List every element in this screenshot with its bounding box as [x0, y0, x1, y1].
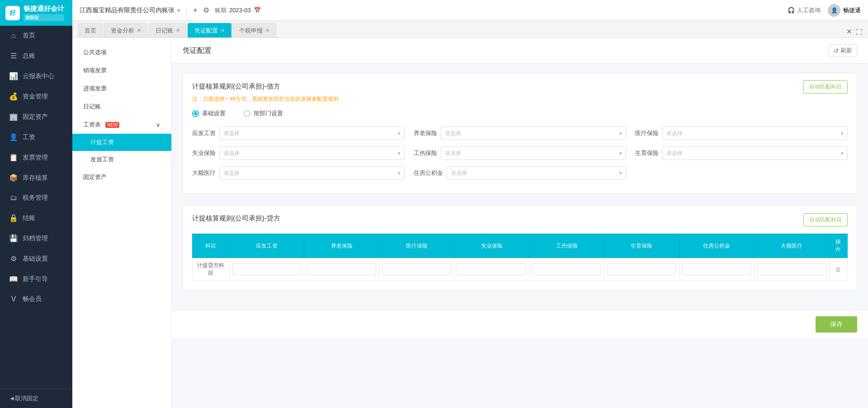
- table-row: 计提贷方科目 🗑: [193, 258, 848, 281]
- select-medical[interactable]: 请选择 ▾: [662, 127, 848, 140]
- sidebar-item-settings[interactable]: ⚙ 基础设置: [0, 249, 72, 269]
- menu-accrue-salary[interactable]: 计提工资: [72, 134, 171, 151]
- select-gross-salary[interactable]: 请选择 ▾: [219, 127, 405, 140]
- field-injury: 工伤保险 请选择 ▾: [414, 146, 626, 160]
- tab-journal-label: 日记账: [156, 27, 173, 35]
- input-gross-salary[interactable]: [232, 263, 302, 275]
- sidebar-item-funds[interactable]: 💰 资金管理: [0, 86, 72, 107]
- user-menu[interactable]: 👤 畅捷通: [828, 4, 861, 17]
- company-selector[interactable]: 江西服宝精品有限责任公司内账张 ▾: [80, 6, 180, 14]
- label-injury: 工伤保险: [414, 149, 437, 157]
- vip-icon: V: [9, 295, 18, 303]
- credit-auto-match-button[interactable]: 自动匹配科目: [803, 213, 848, 226]
- close-tab-icon[interactable]: ✕: [846, 28, 852, 36]
- cell-large-medical-input[interactable]: [754, 258, 829, 281]
- menu-payroll-table[interactable]: 工资表 NEW ∨: [72, 116, 171, 134]
- menu-public-options[interactable]: 公共选项: [72, 43, 171, 61]
- expand-icon[interactable]: ∨: [156, 122, 160, 128]
- tab-close-icon[interactable]: ✕: [176, 28, 180, 33]
- tab-journal[interactable]: 日记账 ✕: [149, 23, 187, 38]
- cell-pension-input[interactable]: [304, 258, 379, 281]
- input-maternity[interactable]: [607, 263, 676, 275]
- debit-auto-match-button[interactable]: 自动匹配科目: [803, 80, 848, 94]
- menu-pay-salary[interactable]: 发放工资: [72, 151, 171, 168]
- save-button[interactable]: 保存: [816, 316, 857, 333]
- add-account-button[interactable]: +: [193, 6, 198, 14]
- cell-maternity-input[interactable]: [604, 258, 679, 281]
- cell-injury-input[interactable]: [529, 258, 604, 281]
- select-large-medical[interactable]: 请选择 ▾: [219, 166, 405, 180]
- home-icon: ⌂: [9, 32, 18, 40]
- menu-sales-invoice[interactable]: 销项发票: [72, 61, 171, 80]
- tab-home[interactable]: 首页: [78, 23, 103, 38]
- input-medical[interactable]: [382, 263, 451, 275]
- sidebar-item-label: 云报表中心: [23, 72, 54, 80]
- menu-label: 公共选项: [83, 48, 107, 56]
- col-injury: 工伤保险: [529, 234, 604, 258]
- input-large-medical[interactable]: [757, 263, 826, 275]
- select-housing-fund[interactable]: 请选择 ▾: [447, 166, 626, 180]
- input-housing-fund[interactable]: [682, 263, 751, 275]
- sidebar-item-invoice[interactable]: 📋 发票管理: [0, 147, 72, 168]
- settings-icon: ⚙: [9, 254, 18, 263]
- select-pension[interactable]: 请选择 ▾: [441, 127, 626, 140]
- tab-tax[interactable]: 个税申报 ✕: [232, 23, 276, 38]
- sidebar-item-inventory[interactable]: 📦 库存核算: [0, 168, 72, 188]
- menu-label: 计提工资: [90, 138, 114, 146]
- input-unemployment[interactable]: [457, 263, 526, 275]
- col-pension: 养老保险: [304, 234, 379, 258]
- app-name: 畅捷通好会计: [24, 5, 64, 13]
- menu-label: 固定资产: [83, 173, 107, 181]
- delete-row-icon[interactable]: 🗑: [835, 266, 841, 273]
- sidebar-item-home[interactable]: ⌂ 首页: [0, 26, 72, 46]
- sidebar-item-vip[interactable]: V 畅会员: [0, 289, 72, 309]
- sidebar-item-label: 库存核算: [23, 174, 48, 182]
- label-medical: 医疗保险: [635, 129, 659, 137]
- tab-close-icon[interactable]: ✕: [221, 28, 225, 33]
- sidebar-item-salary[interactable]: 👤 工资: [0, 127, 72, 147]
- credit-section-title: 计提核算规则(公司承担)-贷方: [192, 214, 280, 223]
- tab-close-icon[interactable]: ✕: [265, 28, 269, 33]
- refresh-button[interactable]: ↺ 刷新: [829, 44, 857, 57]
- cell-medical-input[interactable]: [379, 258, 454, 281]
- sidebar-item-label: 发票管理: [23, 154, 48, 162]
- menu-fixed-assets[interactable]: 固定资产: [72, 168, 171, 186]
- select-maternity[interactable]: 请选择 ▾: [662, 146, 848, 160]
- sidebar-item-close[interactable]: 🔒 结账: [0, 208, 72, 228]
- avatar: 👤: [828, 4, 840, 17]
- support-button[interactable]: 🎧 人工咨询: [788, 6, 821, 14]
- menu-label: 发放工资: [90, 155, 114, 164]
- cell-unemployment-input[interactable]: [454, 258, 529, 281]
- sidebar-item-reports[interactable]: 📊 云报表中心: [0, 66, 72, 86]
- dropdown-arrow-icon: ▾: [841, 150, 844, 156]
- input-injury[interactable]: [532, 263, 601, 275]
- sidebar-item-assets[interactable]: 🏢 固定资产: [0, 107, 72, 127]
- cell-subject-label: 计提贷方科目: [193, 258, 230, 281]
- tab-close-icon[interactable]: ✕: [137, 28, 141, 33]
- sidebar-item-tax[interactable]: 🗂 税务管理: [0, 188, 72, 208]
- tab-fund-analysis[interactable]: 资金分析 ✕: [104, 23, 148, 38]
- cell-gross-salary-input[interactable]: [229, 258, 304, 281]
- sidebar-unpin[interactable]: ◄取消固定: [0, 389, 72, 408]
- settings-gear-icon[interactable]: ⚙: [203, 6, 209, 14]
- sidebar-item-archive[interactable]: 💾 归档管理: [0, 228, 72, 249]
- radio-department-settings[interactable]: 按部门设置: [244, 109, 283, 117]
- select-unemployment[interactable]: 请选择 ▾: [219, 146, 405, 160]
- select-injury[interactable]: 请选择 ▾: [441, 146, 626, 160]
- period-selector[interactable]: 账期 2023-03 📅: [215, 6, 261, 14]
- salary-icon: 👤: [9, 133, 18, 141]
- maximize-icon[interactable]: ⛶: [856, 28, 863, 36]
- reports-icon: 📊: [9, 72, 18, 80]
- cell-housing-fund-input[interactable]: [679, 258, 754, 281]
- sidebar-nav: ⌂ 首页 ☰ 总账 📊 云报表中心 💰 资金管理 🏢 固定资产 👤 工资 📋 发…: [0, 26, 72, 389]
- sidebar-item-guide[interactable]: 📖 新手引导: [0, 269, 72, 289]
- debit-form-grid: 应发工资 请选择 ▾ 养老保险 请选择 ▾: [192, 127, 848, 180]
- tab-voucher-config[interactable]: 凭证配置 ✕: [188, 23, 231, 38]
- main-area: 江西服宝精品有限责任公司内账张 ▾ | + ⚙ 账期 2023-03 📅 🎧 人…: [72, 0, 868, 408]
- menu-purchase-invoice[interactable]: 进项发票: [72, 80, 171, 98]
- radio-basic-settings[interactable]: 基础设置: [192, 109, 226, 117]
- sidebar-item-ledger[interactable]: ☰ 总账: [0, 46, 72, 66]
- input-pension[interactable]: [307, 263, 376, 275]
- menu-journal[interactable]: 日记账: [72, 98, 171, 116]
- dropdown-arrow-icon: ▾: [398, 131, 401, 136]
